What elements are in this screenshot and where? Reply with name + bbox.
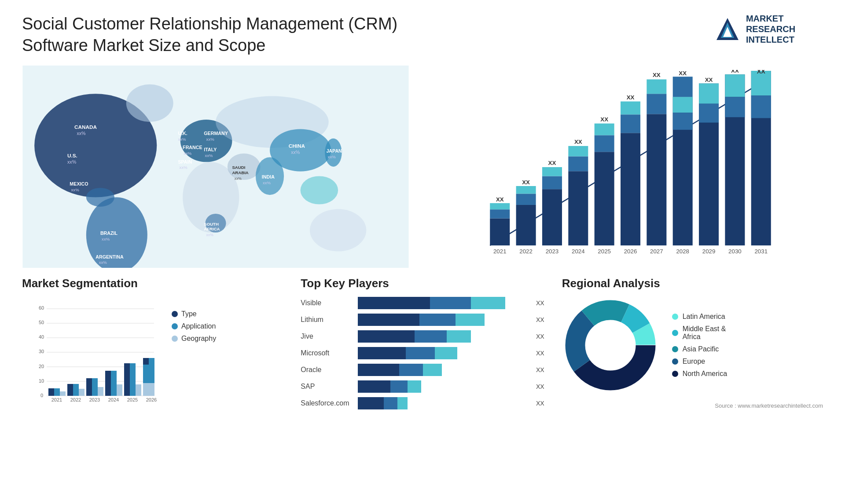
player-row: SAP XX — [301, 380, 544, 393]
svg-rect-74 — [595, 124, 614, 135]
svg-text:XX: XX — [757, 70, 766, 75]
svg-rect-101 — [751, 95, 771, 118]
svg-text:XX: XX — [627, 94, 635, 100]
svg-point-5 — [126, 84, 173, 122]
svg-rect-105 — [699, 104, 719, 123]
svg-text:xx%: xx% — [77, 131, 86, 136]
svg-rect-125 — [60, 391, 66, 396]
geo-dot — [172, 336, 178, 342]
svg-text:ITALY: ITALY — [204, 146, 217, 152]
svg-rect-77 — [621, 133, 640, 245]
svg-text:30: 30 — [39, 349, 44, 354]
svg-text:SPAIN: SPAIN — [178, 159, 192, 164]
svg-text:2028: 2028 — [676, 248, 689, 255]
player-row: Oracle XX — [301, 364, 544, 376]
svg-text:2025: 2025 — [598, 248, 611, 255]
svg-rect-78 — [621, 114, 640, 133]
svg-text:2021: 2021 — [493, 248, 507, 255]
svg-text:xx%: xx% — [178, 137, 186, 142]
svg-text:XX: XX — [548, 160, 556, 166]
svg-text:XX: XX — [705, 76, 713, 83]
svg-text:xx%: xx% — [263, 180, 271, 185]
svg-text:XX: XX — [574, 139, 582, 145]
svg-rect-107 — [673, 113, 693, 130]
svg-text:AFRICA: AFRICA — [204, 226, 220, 231]
svg-text:GERMANY: GERMANY — [204, 131, 228, 136]
legend-type: Type — [172, 310, 216, 318]
players-title: Top Key Players — [301, 277, 544, 290]
app-dot — [172, 323, 178, 329]
svg-rect-135 — [124, 363, 130, 396]
svg-rect-124 — [54, 388, 60, 396]
svg-text:SAUDI: SAUDI — [232, 165, 245, 170]
svg-rect-129 — [86, 378, 92, 396]
svg-text:XX: XX — [496, 196, 504, 203]
svg-text:2023: 2023 — [89, 397, 100, 402]
svg-text:2024: 2024 — [572, 248, 585, 255]
source-text: Source : www.marketresearchintellect.com — [562, 402, 823, 409]
svg-text:2027: 2027 — [650, 248, 663, 255]
svg-text:XX: XX — [653, 72, 661, 78]
svg-rect-69 — [568, 146, 588, 157]
svg-rect-82 — [647, 114, 666, 245]
svg-text:xx%: xx% — [71, 187, 80, 192]
svg-text:xx%: xx% — [206, 233, 214, 237]
svg-rect-136 — [130, 363, 136, 396]
svg-text:JAPAN: JAPAN — [326, 148, 342, 153]
svg-rect-132 — [105, 371, 111, 396]
svg-rect-130 — [92, 378, 98, 396]
svg-text:20: 20 — [39, 364, 44, 369]
svg-text:2026: 2026 — [624, 248, 637, 255]
svg-text:xx%: xx% — [235, 176, 242, 181]
svg-rect-64 — [542, 167, 562, 176]
regional-analysis-section: Regional Analysis — [562, 277, 823, 414]
svg-text:U.K.: U.K. — [178, 131, 187, 136]
svg-rect-104 — [699, 83, 719, 103]
segmentation-chart: 0 10 20 30 40 50 60 — [22, 297, 163, 402]
svg-rect-103 — [725, 97, 745, 117]
svg-rect-54 — [490, 203, 510, 209]
legend-asia-pacific: Asia Pacific — [672, 345, 727, 353]
legend-application: Application — [172, 322, 216, 330]
world-map-svg: CANADA xx% U.S. xx% MEXICO xx% BRAZIL xx… — [22, 66, 409, 268]
donut-chart — [562, 297, 659, 394]
svg-rect-59 — [516, 186, 536, 194]
svg-text:XX: XX — [679, 70, 687, 77]
svg-text:CHINA: CHINA — [289, 143, 305, 149]
svg-rect-52 — [490, 218, 510, 245]
svg-text:xx%: xx% — [205, 153, 213, 157]
svg-text:50: 50 — [39, 320, 44, 325]
svg-text:SOUTH: SOUTH — [204, 222, 219, 226]
donut-area: Latin America Middle East &Africa Asia P… — [562, 297, 823, 394]
svg-rect-143 — [149, 383, 154, 396]
svg-text:2024: 2024 — [108, 397, 119, 402]
key-players-section: Top Key Players Visible XX Lithium XX — [292, 277, 553, 414]
legend-europe: Europe — [672, 358, 727, 365]
svg-rect-72 — [595, 152, 614, 245]
svg-text:2026: 2026 — [146, 397, 157, 402]
svg-text:XX: XX — [731, 70, 739, 74]
svg-rect-67 — [568, 171, 588, 245]
svg-rect-53 — [490, 209, 510, 218]
svg-text:ARGENTINA: ARGENTINA — [96, 254, 124, 259]
svg-text:FRANCE: FRANCE — [183, 145, 202, 150]
svg-text:xx%: xx% — [180, 165, 188, 170]
world-map-section: CANADA xx% U.S. xx% MEXICO xx% BRAZIL xx… — [22, 66, 409, 268]
bottom-grid: Market Segmentation 0 10 20 30 40 50 60 — [22, 277, 823, 414]
svg-text:60: 60 — [39, 305, 44, 310]
svg-rect-126 — [67, 384, 73, 396]
legend-middle-east: Middle East &Africa — [672, 325, 727, 341]
svg-rect-58 — [516, 194, 536, 205]
svg-rect-131 — [98, 387, 103, 396]
page-container: Social Customer Relationship Management … — [0, 0, 845, 504]
svg-text:40: 40 — [39, 334, 44, 340]
svg-text:xx%: xx% — [67, 159, 77, 164]
svg-rect-137 — [136, 384, 141, 396]
svg-text:2022: 2022 — [519, 248, 533, 255]
player-row: Microsoft XX — [301, 347, 544, 359]
svg-rect-102 — [725, 74, 745, 97]
svg-rect-106 — [673, 97, 693, 113]
svg-text:xx%: xx% — [206, 137, 215, 142]
svg-rect-142 — [143, 383, 149, 396]
svg-text:10: 10 — [39, 378, 44, 383]
